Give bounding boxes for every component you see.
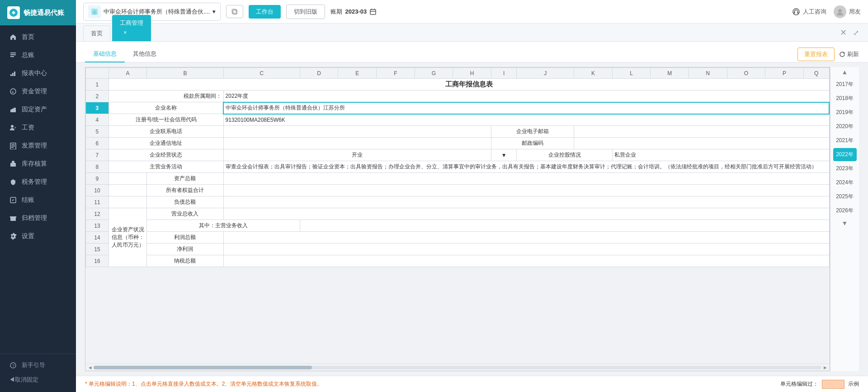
postal-value[interactable] — [574, 138, 829, 149]
header-corner — [86, 68, 109, 79]
year-down-btn[interactable]: ▼ — [837, 218, 853, 228]
year-item-2025年[interactable]: 2025年 — [833, 190, 857, 203]
svg-rect-15 — [11, 144, 15, 145]
year-item-2022年[interactable]: 2022年 — [833, 148, 857, 161]
sidebar: 畅捷通易代账 首页 总账 报表中心 ¥ 资金管理 — [0, 0, 76, 392]
tax-icon — [9, 178, 17, 186]
year-item-2023年[interactable]: 2023年 — [833, 162, 857, 175]
refresh-btn[interactable]: 刷新 — [839, 50, 859, 58]
expand-icon-btn[interactable]: ⤢ — [851, 27, 861, 39]
sidebar-item-ledger[interactable]: 总账 — [0, 46, 76, 64]
row-num-12: 12 — [86, 208, 109, 220]
sidebar-item-settings[interactable]: 设置 — [0, 227, 76, 245]
spreadsheet-inner[interactable]: A B C D E F G H I J — [85, 67, 830, 363]
ledger-icon — [9, 51, 17, 59]
sheet-table: A B C D E F G H I J — [85, 67, 830, 267]
col-header-b[interactable]: B — [147, 68, 223, 79]
workbench-btn[interactable]: 工作台 — [249, 5, 281, 19]
hscroll-bar[interactable]: ◂ ▸ — [85, 363, 830, 371]
period-value: 2023-03 — [345, 8, 367, 15]
year-item-2019年[interactable]: 2019年 — [833, 106, 857, 119]
col-header-n[interactable]: N — [689, 68, 727, 79]
address-value[interactable] — [223, 138, 491, 149]
table-row: 3 企业名称 中审众环会计师事务所（特殊普通合伙）江苏分所 — [86, 102, 830, 114]
biz-status-value[interactable]: 开业 — [223, 149, 491, 161]
main-revenue-value[interactable] — [300, 220, 829, 232]
switch-btn[interactable]: 切到旧版 — [286, 5, 325, 19]
year-item-2018年[interactable]: 2018年 — [833, 92, 857, 105]
sidebar-item-home[interactable]: 首页 — [0, 28, 76, 46]
col-header-g[interactable]: G — [415, 68, 453, 79]
sidebar-item-reports[interactable]: 报表中心 — [0, 64, 76, 82]
col-header-a[interactable]: A — [108, 68, 147, 79]
reg-code-value[interactable]: 91320100MA208E5W6K — [223, 114, 829, 126]
hscroll-right-btn[interactable]: ▸ — [821, 364, 829, 371]
main-biz-value[interactable]: 审查企业会计报表；出具审计报告；验证企业资本；出具验资报告；办理企业合并、分立、… — [223, 161, 829, 173]
company-name-value[interactable]: 中审众环会计师事务所（特殊普通合伙）江苏分所 — [223, 102, 829, 114]
company-name-label: 企业名称 — [108, 102, 223, 114]
email-value[interactable] — [574, 126, 829, 138]
sidebar-item-inventory[interactable]: 库存核算 — [0, 155, 76, 173]
col-header-j[interactable]: J — [517, 68, 574, 79]
hscroll-thumb[interactable] — [94, 366, 312, 369]
col-header-o[interactable]: O — [727, 68, 765, 79]
sidebar-item-archive[interactable]: 归档管理 — [0, 209, 76, 227]
col-header-e[interactable]: E — [338, 68, 377, 79]
tab-gongshang[interactable]: 工商管理 × — [112, 15, 151, 41]
col-header-i[interactable]: I — [491, 68, 516, 79]
dropdown-arrow[interactable]: ▼ — [491, 149, 516, 161]
tab-home[interactable]: 首页 — [83, 25, 110, 41]
col-header-c[interactable]: C — [223, 68, 300, 79]
total-revenue-value[interactable] — [223, 208, 829, 220]
col-header-m[interactable]: M — [651, 68, 689, 79]
col-header-q[interactable]: Q — [803, 68, 829, 79]
sidebar-item-closing[interactable]: 结账 — [0, 191, 76, 209]
sidebar-item-payroll[interactable]: ¥ 工资 — [0, 119, 76, 137]
sidebar-item-newguide[interactable]: ? 新手引导 — [9, 359, 67, 372]
year-item-2024年[interactable]: 2024年 — [833, 176, 857, 189]
period-selector[interactable]: 账期 2023-03 — [330, 8, 377, 16]
pin-sidebar-btn[interactable]: ◀取消固定 — [9, 372, 67, 387]
net-profit-value[interactable] — [223, 244, 829, 255]
tab-gongshang-label: 工商管理 — [120, 19, 143, 26]
year-item-2021年[interactable]: 2021年 — [833, 134, 857, 147]
col-header-l[interactable]: L — [612, 68, 651, 79]
user-menu[interactable]: 用友 — [834, 5, 861, 18]
year-item-2017年[interactable]: 2017年 — [833, 78, 857, 91]
sheet-title-cell[interactable]: 工商年报信息表 — [108, 79, 829, 91]
col-header-p[interactable]: P — [765, 68, 804, 79]
phone-value[interactable] — [223, 126, 491, 138]
total-profit-value[interactable] — [223, 232, 829, 244]
liabilities-value[interactable] — [223, 196, 829, 208]
col-header-k[interactable]: K — [574, 68, 613, 79]
tab-close-btn[interactable]: × — [122, 27, 129, 38]
tax-total-value[interactable] — [223, 255, 829, 267]
equity-value[interactable] — [223, 185, 829, 196]
hscroll-track[interactable] — [94, 366, 821, 369]
year-item-2026年[interactable]: 2026年 — [833, 204, 857, 217]
reset-report-btn[interactable]: 重置报表 — [797, 48, 835, 61]
sidebar-item-invoice[interactable]: 发票管理 — [0, 137, 76, 155]
service-btn[interactable]: 人工咨询 — [792, 8, 826, 16]
year-item-2020年[interactable]: 2020年 — [833, 120, 857, 133]
sub-tab-basic[interactable]: 基础信息 — [85, 46, 125, 62]
tax-period-value[interactable]: 2022年度 — [223, 91, 829, 102]
company-selector[interactable]: 企 中审众环会计师事务所（特殊普通合伙.... ▾ — [83, 3, 221, 21]
holding-value[interactable]: 私营企业 — [612, 149, 829, 161]
total-profit-label: 利润总额 — [147, 232, 223, 244]
row-num-5: 5 — [86, 126, 109, 138]
total-assets-value[interactable] — [223, 173, 829, 185]
copy-btn[interactable] — [226, 5, 243, 18]
svg-rect-29 — [370, 10, 376, 14]
year-up-btn[interactable]: ▲ — [837, 67, 853, 77]
col-header-f[interactable]: F — [377, 68, 415, 79]
sidebar-item-funds[interactable]: ¥ 资金管理 — [0, 82, 76, 100]
hscroll-left-btn[interactable]: ◂ — [86, 364, 94, 371]
close-icon-btn[interactable]: ✕ — [838, 26, 849, 39]
sidebar-item-tax[interactable]: 税务管理 — [0, 173, 76, 191]
col-header-h[interactable]: H — [453, 68, 491, 79]
col-header-d[interactable]: D — [300, 68, 338, 79]
sidebar-label-archive: 归档管理 — [22, 214, 47, 222]
sidebar-item-assets[interactable]: 固定资产 — [0, 100, 76, 119]
sub-tab-other[interactable]: 其他信息 — [125, 46, 165, 62]
